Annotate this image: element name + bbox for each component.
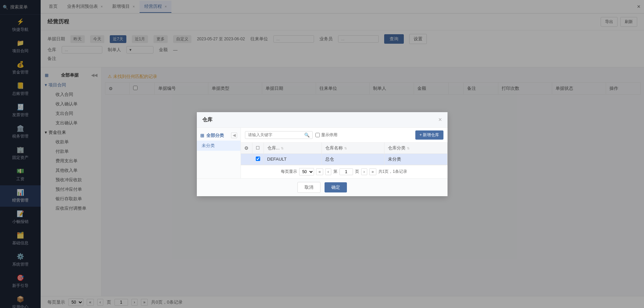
modal-confirm-btn[interactable]: 确定	[325, 182, 347, 192]
modal-pagination: 每页显示 50 « ‹ 第 页 › » 共1页，1条记录	[241, 165, 448, 178]
modal-page-label: 第	[333, 169, 337, 174]
modal-cat-item-unclassified[interactable]: 未分类	[197, 141, 241, 151]
modal-all-category-label: 全部分类	[206, 132, 224, 139]
modal-col-name: 仓库名称 ⇅	[322, 143, 385, 154]
modal-search-box: 🔍	[245, 131, 313, 139]
modal-col-category: 仓库分类 ⇅	[385, 143, 447, 154]
modal-table-row[interactable]: DEFAULT 总仓 未分类	[241, 153, 448, 165]
modal-row-code: DEFAULT	[264, 153, 322, 165]
modal-overlay: 仓库 × ⊞ 全部分类 ◀ 未分类	[0, 0, 644, 308]
modal-right-panel: 🔍 显示停用 + 新增仓库 ⚙ ☐	[241, 128, 448, 178]
modal-title: 仓库	[202, 117, 212, 123]
modal-page-suffix: 页	[355, 169, 359, 174]
modal-close-btn[interactable]: ×	[438, 116, 442, 123]
modal-show-disabled-checkbox[interactable]	[315, 133, 320, 137]
modal-all-category[interactable]: ⊞ 全部分类 ◀	[197, 130, 241, 141]
modal-next-btn[interactable]: ›	[361, 168, 367, 175]
modal-col-code: 仓库... ⇅	[264, 143, 322, 154]
modal-per-page-label: 每页显示	[281, 169, 297, 174]
modal-row-checkbox[interactable]	[252, 153, 264, 165]
modal-search-icon: 🔍	[304, 132, 310, 138]
modal-search-input[interactable]	[248, 132, 304, 137]
modal-body: ⊞ 全部分类 ◀ 未分类 🔍 显示停用	[197, 128, 448, 178]
modal-header: 仓库 ×	[197, 112, 448, 128]
modal-left-collapse-btn[interactable]: ◀	[231, 132, 237, 138]
modal-total-info: 共1页，1条记录	[378, 169, 407, 174]
modal-last-btn[interactable]: »	[369, 168, 376, 175]
modal-table-wrap: ⚙ ☐ 仓库... ⇅ 仓库名称 ⇅ 仓库分类 ⇅ DEFAULT 总仓 未分类	[241, 143, 448, 165]
grid-icon: ⊞	[200, 133, 204, 138]
modal-cancel-btn[interactable]: 取消	[297, 182, 320, 193]
modal-table: ⚙ ☐ 仓库... ⇅ 仓库名称 ⇅ 仓库分类 ⇅ DEFAULT 总仓 未分类	[241, 143, 448, 165]
modal-show-disabled-text: 显示停用	[321, 132, 337, 138]
modal-row-name: 总仓	[322, 153, 385, 165]
modal-toolbar: 🔍 显示停用 + 新增仓库	[241, 128, 448, 143]
modal-row-category: 未分类	[385, 153, 447, 165]
modal-per-page-select[interactable]: 50	[299, 168, 314, 176]
modal-first-btn[interactable]: «	[316, 168, 323, 175]
modal-footer: 取消 确定	[197, 178, 448, 196]
modal-show-disabled-label[interactable]: 显示停用	[315, 132, 337, 138]
modal-left-panel: ⊞ 全部分类 ◀ 未分类	[197, 128, 241, 178]
modal-page-input[interactable]	[339, 168, 353, 175]
modal-cat-unclassified-label: 未分类	[202, 143, 215, 148]
modal-row-settings-icon[interactable]	[241, 153, 252, 165]
warehouse-modal: 仓库 × ⊞ 全部分类 ◀ 未分类	[197, 112, 448, 196]
modal-prev-btn[interactable]: ‹	[325, 168, 331, 175]
modal-add-warehouse-btn[interactable]: + 新增仓库	[415, 130, 443, 140]
modal-col-check[interactable]: ☐	[252, 143, 264, 154]
modal-col-settings[interactable]: ⚙	[241, 143, 252, 154]
